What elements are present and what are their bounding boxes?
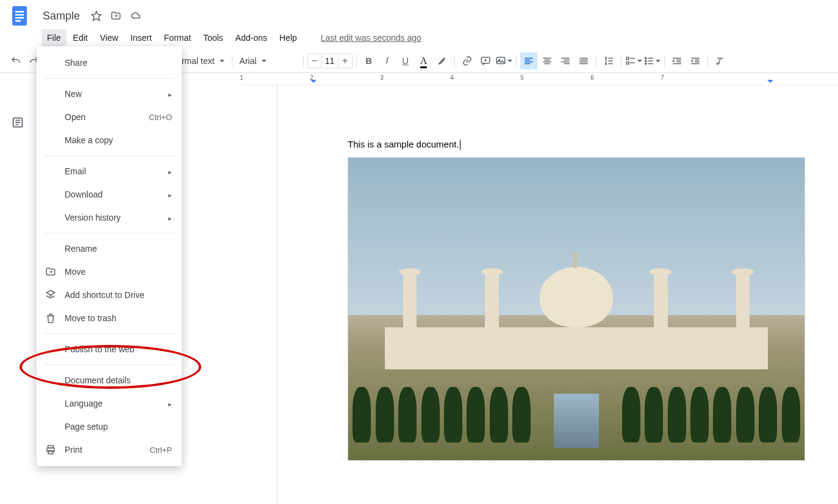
separator bbox=[621, 55, 621, 67]
submenu-arrow-icon bbox=[168, 399, 172, 408]
menu-view[interactable]: View bbox=[95, 29, 124, 46]
separator bbox=[232, 55, 232, 67]
menu-help[interactable]: Help bbox=[274, 29, 303, 46]
svg-rect-9 bbox=[626, 57, 629, 60]
separator bbox=[596, 55, 596, 67]
align-left-button[interactable] bbox=[520, 52, 537, 69]
menu-format[interactable]: Format bbox=[159, 29, 196, 46]
bulleted-list-button[interactable] bbox=[643, 52, 661, 69]
insert-image-button[interactable] bbox=[495, 52, 512, 69]
star-icon[interactable] bbox=[91, 10, 102, 21]
svg-point-11 bbox=[645, 57, 646, 59]
checklist-button[interactable] bbox=[625, 52, 642, 69]
menu-insert[interactable]: Insert bbox=[125, 29, 157, 46]
document-page[interactable]: This is a sample document. bbox=[277, 85, 838, 504]
ruler-tick-label: 7 bbox=[661, 74, 664, 81]
align-center-button[interactable] bbox=[539, 52, 556, 69]
highlight-color-button[interactable] bbox=[434, 52, 451, 69]
file-menu-rename[interactable]: Rename bbox=[37, 237, 182, 260]
file-menu-dropdown: Share New OpenCtrl+O Make a copy Email D… bbox=[37, 46, 182, 466]
document-outline-icon[interactable] bbox=[11, 116, 24, 504]
decrease-indent-button[interactable] bbox=[668, 52, 686, 69]
svg-rect-10 bbox=[626, 62, 629, 64]
bold-button[interactable]: B bbox=[360, 52, 378, 69]
file-menu-document-details[interactable]: Document details bbox=[37, 369, 182, 392]
file-menu-email[interactable]: Email bbox=[37, 160, 182, 183]
insert-link-button[interactable] bbox=[459, 52, 476, 69]
svg-rect-3 bbox=[15, 17, 24, 19]
submenu-arrow-icon bbox=[168, 166, 172, 176]
svg-point-13 bbox=[645, 63, 646, 64]
separator bbox=[516, 55, 517, 67]
print-icon bbox=[45, 444, 56, 455]
insert-comment-button[interactable] bbox=[477, 52, 494, 69]
menu-file[interactable]: File bbox=[41, 29, 66, 46]
shortcut-label: Ctrl+P bbox=[150, 445, 172, 455]
svg-rect-1 bbox=[15, 11, 24, 13]
chevron-down-icon bbox=[220, 60, 224, 65]
file-menu-open[interactable]: OpenCtrl+O bbox=[37, 105, 182, 129]
align-right-button[interactable] bbox=[557, 52, 574, 69]
document-title[interactable]: Sample bbox=[39, 9, 84, 24]
file-menu-share[interactable]: Share bbox=[37, 51, 182, 74]
ruler-tick-label: 6 bbox=[590, 74, 594, 81]
increase-indent-button[interactable] bbox=[687, 52, 704, 69]
svg-marker-5 bbox=[92, 12, 101, 21]
horizontal-ruler[interactable]: 1 2 3 4 5 6 7 bbox=[242, 73, 838, 85]
submenu-arrow-icon bbox=[168, 213, 172, 222]
align-justify-button[interactable] bbox=[575, 52, 592, 69]
title-icon-row bbox=[91, 10, 142, 21]
italic-button[interactable]: I bbox=[379, 52, 396, 69]
trash-icon bbox=[45, 313, 56, 324]
last-edit-link[interactable]: Last edit was seconds ago bbox=[321, 33, 421, 43]
ruler-tick-label: 5 bbox=[520, 74, 524, 81]
menu-separator bbox=[44, 364, 174, 365]
separator bbox=[454, 55, 455, 67]
submenu-arrow-icon bbox=[168, 89, 172, 99]
shortcut-icon bbox=[45, 289, 56, 300]
file-menu-move[interactable]: Move bbox=[37, 260, 182, 283]
text-cursor bbox=[460, 140, 460, 150]
undo-button[interactable] bbox=[7, 52, 24, 69]
menu-edit[interactable]: Edit bbox=[68, 29, 93, 46]
cloud-status-icon[interactable] bbox=[130, 10, 142, 21]
document-image[interactable] bbox=[348, 157, 805, 461]
document-body-text[interactable]: This is a sample document. bbox=[348, 139, 459, 149]
ruler-tick-label: 1 bbox=[240, 74, 243, 81]
file-menu-move-to-trash[interactable]: Move to trash bbox=[37, 307, 182, 330]
move-icon bbox=[45, 266, 56, 277]
file-menu-print[interactable]: PrintCtrl+P bbox=[37, 438, 182, 461]
separator bbox=[664, 55, 665, 67]
font-family-select[interactable]: Arial bbox=[236, 53, 299, 69]
menu-addons[interactable]: Add-ons bbox=[230, 29, 273, 46]
font-select-label: Arial bbox=[240, 56, 257, 66]
file-menu-new[interactable]: New bbox=[37, 82, 182, 105]
text-color-button[interactable]: A bbox=[415, 52, 432, 69]
file-menu-make-a-copy[interactable]: Make a copy bbox=[37, 129, 182, 152]
ruler-tick-label: 3 bbox=[380, 74, 384, 81]
docs-logo[interactable] bbox=[7, 4, 32, 28]
svg-rect-0 bbox=[12, 6, 27, 26]
clear-formatting-button[interactable] bbox=[712, 52, 729, 69]
file-menu-add-shortcut[interactable]: Add shortcut to Drive bbox=[37, 283, 182, 307]
font-size-decrease[interactable]: − bbox=[308, 54, 321, 68]
menu-separator bbox=[44, 78, 174, 79]
font-size-stepper: − 11 + bbox=[307, 54, 353, 68]
menu-separator bbox=[44, 155, 174, 156]
move-to-folder-icon[interactable] bbox=[110, 10, 121, 21]
svg-rect-2 bbox=[15, 14, 24, 16]
menu-separator bbox=[44, 333, 174, 334]
file-menu-page-setup[interactable]: Page setup bbox=[37, 415, 182, 438]
file-menu-version-history[interactable]: Version history bbox=[37, 206, 182, 229]
shortcut-label: Ctrl+O bbox=[149, 113, 172, 122]
separator bbox=[707, 55, 708, 67]
underline-button[interactable]: U bbox=[397, 52, 414, 69]
line-spacing-button[interactable] bbox=[600, 52, 617, 69]
file-menu-language[interactable]: Language bbox=[37, 392, 182, 415]
menu-separator bbox=[44, 233, 174, 233]
font-size-value[interactable]: 11 bbox=[321, 54, 338, 68]
font-size-increase[interactable]: + bbox=[338, 54, 352, 68]
file-menu-download[interactable]: Download bbox=[37, 183, 182, 206]
file-menu-publish-to-web[interactable]: Publish to the web bbox=[37, 338, 182, 361]
menu-tools[interactable]: Tools bbox=[198, 29, 229, 46]
